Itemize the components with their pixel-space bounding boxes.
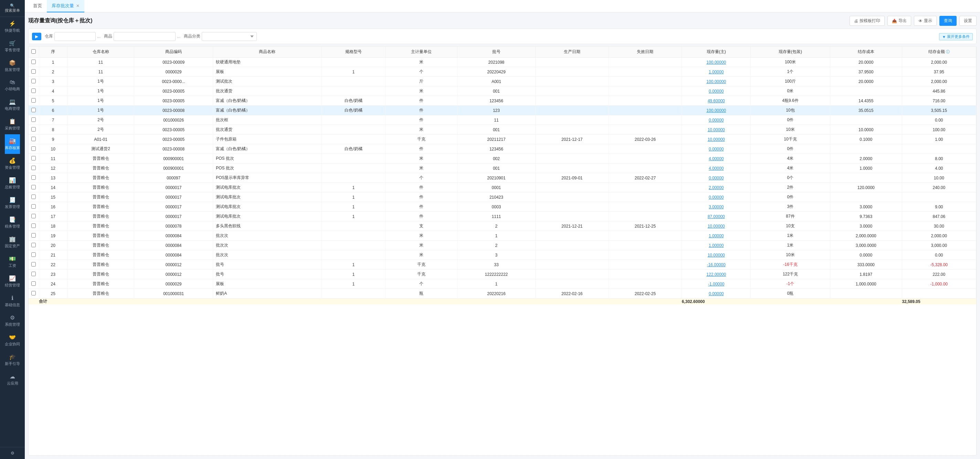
row-checkbox[interactable] bbox=[29, 260, 39, 269]
sidebar-item-ecom[interactable]: 💻电商管理 bbox=[5, 95, 20, 115]
row-checkbox[interactable] bbox=[29, 96, 39, 106]
row-select-checkbox[interactable] bbox=[31, 214, 36, 218]
sidebar-item-cloud[interactable]: ☁云应用 bbox=[5, 370, 20, 389]
row-select-checkbox[interactable] bbox=[31, 79, 36, 83]
cell-qty-main[interactable]: 1.00000 bbox=[682, 231, 751, 241]
sidebar-item-general-ledger[interactable]: 📊总账管理 bbox=[5, 174, 20, 193]
sidebar-item-base-info[interactable]: ℹ基础信息 bbox=[5, 291, 20, 311]
tab-home[interactable]: 首页 bbox=[28, 0, 47, 13]
cell-qty-main[interactable]: 100.00000 bbox=[682, 106, 751, 115]
row-select-checkbox[interactable] bbox=[31, 127, 36, 132]
row-checkbox[interactable] bbox=[29, 173, 39, 183]
sidebar-item-collab[interactable]: 🤝企业协同 bbox=[5, 331, 20, 350]
row-select-checkbox[interactable] bbox=[31, 291, 36, 295]
row-select-checkbox[interactable] bbox=[31, 204, 36, 209]
row-checkbox[interactable] bbox=[29, 77, 39, 86]
sidebar-item-quick-nav[interactable]: ⚡快捷导航 bbox=[5, 17, 20, 37]
cell-qty-main[interactable]: 3.00000 bbox=[682, 202, 751, 212]
row-checkbox[interactable] bbox=[29, 231, 39, 241]
cell-qty-main[interactable]: 10.00000 bbox=[682, 135, 751, 144]
row-checkbox[interactable] bbox=[29, 289, 39, 298]
cell-qty-main[interactable]: 10.00000 bbox=[682, 250, 751, 260]
cell-qty-main[interactable]: -16.00000 bbox=[682, 260, 751, 269]
row-select-checkbox[interactable] bbox=[31, 89, 36, 93]
row-checkbox[interactable] bbox=[29, 86, 39, 96]
sidebar-item-payroll[interactable]: 💵工资 bbox=[5, 252, 20, 272]
sidebar-item-fixed-assets[interactable]: 🏢固定资产 bbox=[5, 233, 20, 252]
row-select-checkbox[interactable] bbox=[31, 262, 36, 266]
sidebar-item-ops[interactable]: 📈经营管理 bbox=[5, 272, 20, 291]
sidebar-item-tax[interactable]: 📑税务管理 bbox=[5, 213, 20, 233]
sidebar-item-retail[interactable]: 🛒零售管理 bbox=[5, 37, 20, 56]
cell-qty-main[interactable]: 1.00000 bbox=[682, 67, 751, 77]
expand-conditions-btn[interactable]: ▼ 展开更多条件 bbox=[939, 33, 973, 40]
row-checkbox[interactable] bbox=[29, 202, 39, 212]
row-select-checkbox[interactable] bbox=[31, 252, 36, 257]
row-checkbox[interactable] bbox=[29, 115, 39, 125]
row-select-checkbox[interactable] bbox=[31, 185, 36, 190]
sidebar-item-invoice[interactable]: 🧾发票管理 bbox=[5, 193, 20, 213]
sidebar-item-new-guide[interactable]: 🎓新手引导 bbox=[5, 350, 20, 370]
cell-qty-main[interactable]: 122.00000 bbox=[682, 269, 751, 279]
sidebar-item-sys[interactable]: ⚙系统管理 bbox=[5, 311, 20, 331]
cell-qty-main[interactable]: 0.00000 bbox=[682, 173, 751, 183]
row-checkbox[interactable] bbox=[29, 222, 39, 231]
sidebar-item-inventory[interactable]: 🏭库存核算 bbox=[5, 134, 20, 154]
display-button[interactable]: 👁显示 bbox=[914, 16, 937, 26]
row-select-checkbox[interactable] bbox=[31, 69, 36, 74]
row-select-checkbox[interactable] bbox=[31, 147, 36, 151]
sidebar-item-purchase[interactable]: 📋采购管理 bbox=[5, 115, 20, 134]
row-select-checkbox[interactable] bbox=[31, 118, 36, 122]
row-checkbox[interactable] bbox=[29, 164, 39, 173]
cell-qty-main[interactable]: 100.00000 bbox=[682, 77, 751, 86]
row-select-checkbox[interactable] bbox=[31, 156, 36, 161]
query-button[interactable]: 查询 bbox=[939, 16, 956, 26]
tab-close-inventory-batch[interactable]: ✕ bbox=[76, 3, 80, 8]
sidebar-item-micro-ecom[interactable]: 🛍小胡电商 bbox=[5, 76, 20, 95]
cell-qty-main[interactable]: 0.00000 bbox=[682, 193, 751, 202]
cell-qty-main[interactable]: 49.60000 bbox=[682, 96, 751, 106]
cell-qty-main[interactable]: 0.00000 bbox=[682, 115, 751, 125]
sidebar-item-wholesale[interactable]: 📦批发管理 bbox=[5, 56, 20, 76]
cell-qty-main[interactable]: 4.00000 bbox=[682, 154, 751, 164]
row-select-checkbox[interactable] bbox=[31, 166, 36, 170]
row-checkbox[interactable] bbox=[29, 183, 39, 193]
row-select-checkbox[interactable] bbox=[31, 243, 36, 247]
cell-qty-main[interactable]: 4.00000 bbox=[682, 164, 751, 173]
tab-inventory-batch[interactable]: 库存批次量✕ bbox=[47, 0, 84, 13]
expand-button[interactable]: ▶ bbox=[32, 33, 41, 40]
cell-qty-main[interactable]: 100.00000 bbox=[682, 57, 751, 67]
row-select-checkbox[interactable] bbox=[31, 175, 36, 180]
cell-qty-main[interactable]: -1.00000 bbox=[682, 279, 751, 289]
export-button[interactable]: 📤导出 bbox=[888, 16, 911, 26]
row-select-checkbox[interactable] bbox=[31, 60, 36, 64]
row-checkbox[interactable] bbox=[29, 241, 39, 250]
settings-button[interactable]: 设置 bbox=[959, 16, 977, 26]
row-checkbox[interactable] bbox=[29, 279, 39, 289]
row-checkbox[interactable] bbox=[29, 269, 39, 279]
product-input[interactable] bbox=[114, 32, 175, 41]
row-checkbox[interactable] bbox=[29, 135, 39, 144]
row-select-checkbox[interactable] bbox=[31, 233, 36, 237]
cell-qty-main[interactable]: 87.00000 bbox=[682, 212, 751, 222]
total-cost-info-icon[interactable]: ⓘ bbox=[946, 49, 950, 54]
row-checkbox[interactable] bbox=[29, 67, 39, 77]
row-checkbox[interactable] bbox=[29, 106, 39, 115]
cell-qty-main[interactable]: 0.00000 bbox=[682, 144, 751, 154]
cell-qty-main[interactable]: 1.00000 bbox=[682, 241, 751, 250]
cell-qty-main[interactable]: 10.00000 bbox=[682, 125, 751, 135]
sidebar-settings[interactable]: ⚙ bbox=[0, 447, 25, 459]
cell-qty-main[interactable]: 2.00000 bbox=[682, 183, 751, 193]
warehouse-input[interactable] bbox=[54, 32, 96, 41]
sidebar-search[interactable]: 🔍 搜索菜单 bbox=[0, 0, 25, 17]
row-select-checkbox[interactable] bbox=[31, 194, 36, 199]
row-checkbox[interactable] bbox=[29, 250, 39, 260]
cell-qty-main[interactable]: 10.00000 bbox=[682, 222, 751, 231]
row-checkbox[interactable] bbox=[29, 57, 39, 67]
cell-qty-main[interactable]: 0.00000 bbox=[682, 289, 751, 298]
row-checkbox[interactable] bbox=[29, 144, 39, 154]
row-select-checkbox[interactable] bbox=[31, 137, 36, 141]
row-select-checkbox[interactable] bbox=[31, 281, 36, 286]
sidebar-item-finance[interactable]: 💰资金管理 bbox=[5, 154, 20, 174]
row-select-checkbox[interactable] bbox=[31, 98, 36, 103]
